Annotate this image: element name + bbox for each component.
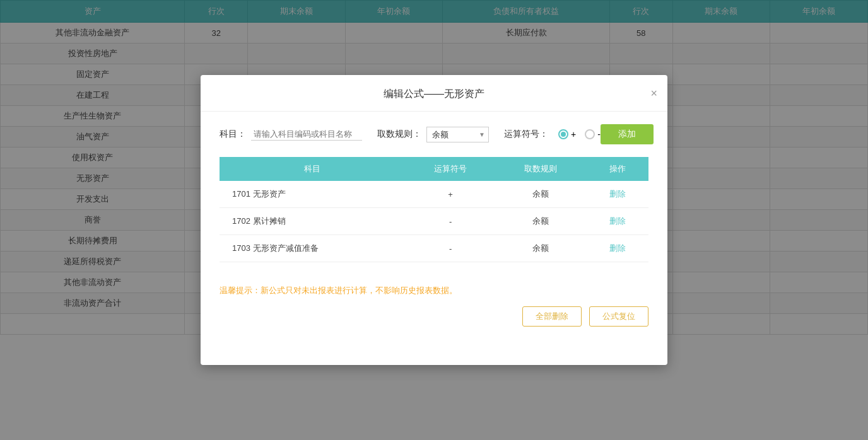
formula-table-row: 1703 无形资产减值准备-余额删除 (220, 235, 648, 262)
delete-all-button[interactable]: 全部删除 (522, 306, 582, 327)
delete-row-link[interactable]: 删除 (609, 243, 626, 253)
rule-section: 取数规则： 余额 借方 贷方 借方发生额 贷方发生额 ▼ (377, 127, 489, 142)
formula-table-header: 操作 (586, 157, 648, 181)
warning-text: 温馨提示：新公式只对未出报表进行计算，不影响历史报表数据。 (220, 285, 648, 296)
formula-subject: 1702 累计摊销 (220, 208, 405, 235)
operator-label: 运算符号： (504, 129, 548, 140)
formula-subject: 1703 无形资产减值准备 (220, 235, 405, 262)
modal-footer: 温馨提示：新公式只对未出报表进行计算，不影响历史报表数据。 全部删除 公式复位 (201, 275, 667, 327)
formula-rule: 余额 (496, 181, 586, 208)
formula-action: 删除 (586, 181, 648, 208)
formula-table-row: 1701 无形资产+余额删除 (220, 181, 648, 208)
page-container: 资产行次期末余额年初余额负债和所有者权益行次期末余额年初余额 其他非流动金融资产… (0, 0, 868, 440)
formula-table-row: 1702 累计摊销-余额删除 (220, 208, 648, 235)
delete-row-link[interactable]: 删除 (609, 189, 626, 199)
footer-buttons: 全部删除 公式复位 (220, 306, 648, 327)
formula-rule: 余额 (496, 208, 586, 235)
formula-table-header: 科目 (220, 157, 405, 181)
modal-title: 编辑公式——无形资产 (384, 88, 484, 99)
reset-button[interactable]: 公式复位 (589, 306, 648, 327)
formula-table-header: 取数规则 (496, 157, 586, 181)
operator-plus-radio[interactable]: + (558, 129, 576, 139)
delete-row-link[interactable]: 删除 (609, 216, 626, 226)
operator-minus-radio[interactable]: - (585, 129, 601, 139)
operator-section: 运算符号： + - (504, 129, 601, 140)
form-row: 科目： 取数规则： 余额 借方 贷方 借方发生额 贷方发生额 (220, 124, 648, 144)
plus-radio-circle (558, 129, 568, 139)
subject-label: 科目： (220, 129, 246, 140)
formula-operator: + (405, 181, 495, 208)
add-button[interactable]: 添加 (601, 124, 654, 144)
plus-label: + (571, 129, 576, 139)
formula-operator: - (405, 208, 495, 235)
formula-operator: - (405, 235, 495, 262)
modal-header: 编辑公式——无形资产 × (201, 75, 667, 112)
rule-select[interactable]: 余额 借方 贷方 借方发生额 贷方发生额 (426, 127, 489, 142)
formula-action: 删除 (586, 208, 648, 235)
minus-radio-circle (585, 129, 595, 139)
modal-overlay: 编辑公式——无形资产 × 科目： 取数规则： 余额 借方 贷 (0, 0, 868, 440)
operator-radio-group: + - (558, 129, 601, 139)
close-button[interactable]: × (650, 88, 657, 99)
modal-body: 科目： 取数规则： 余额 借方 贷方 借方发生额 贷方发生额 (201, 112, 667, 275)
formula-subject: 1701 无形资产 (220, 181, 405, 208)
formula-table: 科目运算符号取数规则操作 1701 无形资产+余额删除1702 累计摊销-余额删… (220, 157, 648, 262)
rule-select-wrap: 余额 借方 贷方 借方发生额 贷方发生额 ▼ (426, 127, 489, 142)
formula-rule: 余额 (496, 235, 586, 262)
edit-formula-modal: 编辑公式——无形资产 × 科目： 取数规则： 余额 借方 贷 (201, 75, 667, 365)
subject-input[interactable] (251, 128, 362, 141)
formula-table-header: 运算符号 (405, 157, 495, 181)
rule-label: 取数规则： (377, 129, 421, 140)
formula-action: 删除 (586, 235, 648, 262)
